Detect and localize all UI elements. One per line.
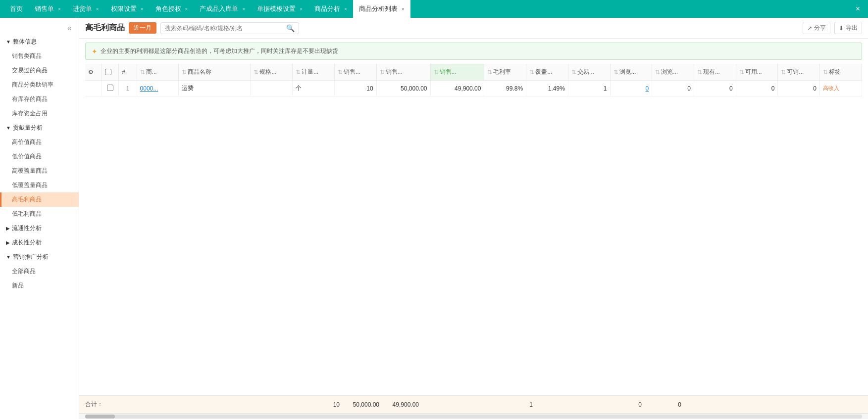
- close-product-inbound-tab[interactable]: ×: [242, 6, 245, 12]
- cell-stock-sellable: 0: [778, 81, 820, 96]
- nav-item-permission[interactable]: 权限设置 ×: [105, 0, 150, 18]
- sort-icon-9: ⇅: [529, 69, 534, 76]
- cell-code: 0000...: [137, 81, 179, 96]
- col-code[interactable]: ⇅ 商...: [137, 64, 179, 81]
- info-icon: ✦: [92, 47, 98, 55]
- window-close-button[interactable]: ×: [852, 4, 864, 13]
- nav-item-analysis-list[interactable]: 商品分析列表 ×: [353, 0, 410, 18]
- search-icon[interactable]: 🔍: [286, 24, 295, 32]
- footer-stock-sellable: 0: [645, 399, 684, 410]
- col-coverage[interactable]: ⇅ 覆盖...: [526, 64, 568, 81]
- col-views2[interactable]: ⇅ 浏览...: [652, 64, 694, 81]
- sidebar-item-high-coverage[interactable]: 高覆盖量商品: [0, 164, 79, 178]
- cell-sales-cost: 49,900.00: [430, 81, 484, 96]
- col-spec[interactable]: ⇅ 规格...: [251, 64, 293, 81]
- col-gross-rate[interactable]: ⇅ 毛利率: [484, 64, 526, 81]
- close-analysis-list-tab[interactable]: ×: [402, 6, 405, 12]
- col-tag[interactable]: ⇅ 标签: [820, 64, 862, 81]
- chevron-down-icon-2: ▼: [6, 125, 11, 131]
- cell-spec: [251, 81, 293, 96]
- col-num: #: [119, 64, 137, 81]
- col-sales-cost[interactable]: ⇅ 销售...: [430, 64, 484, 81]
- sidebar-item-high-margin[interactable]: 高毛利商品: [0, 192, 79, 207]
- share-button[interactable]: ↗ 分享: [803, 22, 830, 34]
- nav-item-analysis[interactable]: 商品分析 ×: [308, 0, 353, 18]
- chevron-down-icon-3: ▼: [6, 254, 11, 260]
- sort-icon-11: ⇅: [613, 69, 618, 76]
- sidebar-item-new-goods[interactable]: 新品: [0, 279, 79, 293]
- cell-views1[interactable]: 0: [610, 81, 652, 96]
- close-analysis-tab[interactable]: ×: [344, 6, 347, 12]
- sort-icon-4: ⇅: [296, 69, 301, 76]
- sidebar-section-growth[interactable]: ▶ 成长性分析: [0, 235, 79, 250]
- export-button[interactable]: ⬇ 导出: [834, 22, 862, 34]
- footer-bar: 合计： 10 50,000.00 49,900.00 1 0 0: [79, 395, 868, 413]
- sidebar-item-all-goods[interactable]: 全部商品: [0, 264, 79, 279]
- col-sales-qty[interactable]: ⇅ 销售...: [334, 64, 376, 81]
- close-permission-tab[interactable]: ×: [141, 6, 144, 12]
- footer-sales-qty: 10: [303, 399, 343, 410]
- cell-stock-current: 0: [694, 81, 736, 96]
- cell-checkbox[interactable]: [102, 81, 119, 96]
- col-stock-available[interactable]: ⇅ 可用...: [736, 64, 778, 81]
- col-stock-current[interactable]: ⇅ 现有...: [694, 64, 736, 81]
- scrollbar-thumb[interactable]: [85, 415, 115, 419]
- footer-transaction: 1: [496, 399, 536, 410]
- col-stock-sellable[interactable]: ⇅ 可销...: [778, 64, 820, 81]
- sidebar-item-category-rate[interactable]: 商品分类助销率: [0, 78, 79, 92]
- sidebar-item-traded-goods[interactable]: 交易过的商品: [0, 63, 79, 78]
- col-unit[interactable]: ⇅ 计量...: [293, 64, 335, 81]
- sidebar-item-high-value[interactable]: 高价值商品: [0, 135, 79, 149]
- sidebar-item-low-value[interactable]: 低价值商品: [0, 149, 79, 164]
- nav-item-product-inbound[interactable]: 产成品入库单 ×: [194, 0, 251, 18]
- cell-views2: 0: [652, 81, 694, 96]
- sort-icon-2: ⇅: [182, 69, 187, 76]
- cell-gear[interactable]: [85, 81, 102, 96]
- cell-name: 运费: [179, 81, 251, 96]
- close-purchase-tab[interactable]: ×: [96, 6, 99, 12]
- footer-sales-cost: 49,900.00: [382, 399, 422, 410]
- sidebar-item-low-margin[interactable]: 低毛利商品: [0, 207, 79, 221]
- nav-item-home[interactable]: 首页: [4, 0, 29, 18]
- sidebar-section-marketing[interactable]: ▼ 营销推广分析: [0, 250, 79, 264]
- sort-icon-6: ⇅: [380, 69, 385, 76]
- sort-icon-16: ⇅: [823, 69, 828, 76]
- info-banner: ✦ 企业的主要的利润都是这部分商品创造的，可考虑加大推广，同时关注库存是不要出现…: [85, 43, 862, 60]
- close-template-tab[interactable]: ×: [300, 6, 303, 12]
- search-input[interactable]: [165, 25, 284, 32]
- sort-icon-8: ⇅: [487, 69, 492, 76]
- close-role-tab[interactable]: ×: [185, 6, 188, 12]
- sidebar-section-contribution[interactable]: ▼ 贡献量分析: [0, 121, 79, 135]
- nav-item-template[interactable]: 单据模板设置 ×: [251, 0, 308, 18]
- content-header: 高毛利商品 近一月 🔍 ↗ 分享 ⬇ 导出: [79, 18, 868, 39]
- top-navigation: 首页 销售单 × 进货单 × 权限设置 × 角色授权 × 产成品入库单 × 单据…: [0, 0, 868, 18]
- nav-item-role[interactable]: 角色授权 ×: [150, 0, 194, 18]
- sort-icon-5: ⇅: [338, 69, 343, 76]
- col-transaction[interactable]: ⇅ 交易...: [568, 64, 610, 81]
- horizontal-scrollbar[interactable]: [79, 413, 868, 419]
- sidebar-section-circulation[interactable]: ▶ 流通性分析: [0, 221, 79, 235]
- sort-icon-12: ⇅: [655, 69, 660, 76]
- col-name[interactable]: ⇅ 商品名称: [179, 64, 251, 81]
- sidebar-item-in-stock[interactable]: 有库存的商品: [0, 92, 79, 106]
- row-checkbox[interactable]: [107, 85, 113, 91]
- cell-sales-qty: 10: [334, 81, 376, 96]
- col-gear[interactable]: ⚙: [85, 64, 102, 81]
- sidebar-item-stock-capital[interactable]: 库存资金占用: [0, 106, 79, 121]
- period-button[interactable]: 近一月: [129, 22, 156, 34]
- sidebar-item-sales-goods[interactable]: 销售类商品: [0, 49, 79, 63]
- col-views1[interactable]: ⇅ 浏览...: [610, 64, 652, 81]
- nav-item-purchase[interactable]: 进货单 ×: [67, 0, 105, 18]
- header-actions: ↗ 分享 ⬇ 导出: [803, 22, 862, 34]
- sidebar-item-low-coverage[interactable]: 低覆盖量商品: [0, 178, 79, 192]
- col-checkbox[interactable]: [102, 64, 119, 81]
- sort-icon-14: ⇅: [739, 69, 744, 76]
- col-sales-amount[interactable]: ⇅ 销售...: [376, 64, 430, 81]
- sidebar-section-overall[interactable]: ▼ 整体信息: [0, 35, 79, 49]
- sort-icon-15: ⇅: [781, 69, 786, 76]
- nav-item-sales[interactable]: 销售单 ×: [29, 0, 67, 18]
- sidebar-collapse-button[interactable]: «: [64, 23, 75, 34]
- sort-icon-13: ⇅: [697, 69, 702, 76]
- close-sales-tab[interactable]: ×: [58, 6, 61, 12]
- select-all-checkbox[interactable]: [105, 69, 111, 75]
